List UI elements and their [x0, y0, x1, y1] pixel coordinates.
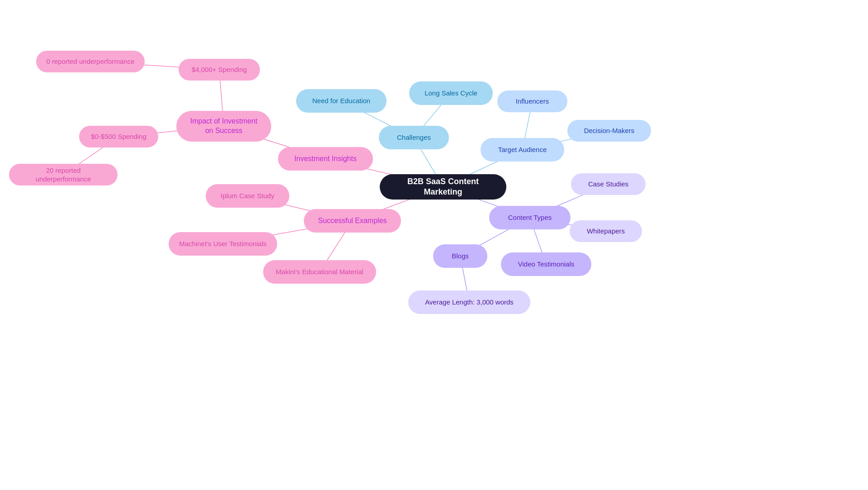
whitepapers-label: Whitepapers	[587, 227, 625, 236]
content-types-label: Content Types	[508, 213, 552, 222]
underperf-20-label: 20 reported underperformance	[18, 166, 108, 184]
avg-length-node[interactable]: Average Length: 3,000 words	[408, 290, 530, 314]
long-sales-label: Long Sales Cycle	[425, 89, 477, 98]
spending-4000-node[interactable]: $4,000+ Spending	[179, 59, 260, 81]
spending-4000-label: $4,000+ Spending	[192, 65, 247, 74]
iplum-label: Iplum Case Study	[221, 191, 274, 200]
target-audience-label: Target Audience	[498, 145, 547, 154]
iplum-node[interactable]: Iplum Case Study	[206, 184, 289, 208]
makini-node[interactable]: Makini's Educational Material	[263, 260, 376, 284]
machinet-label: Machinet's User Testimonials	[179, 239, 267, 248]
machinet-node[interactable]: Machinet's User Testimonials	[169, 232, 277, 256]
decision-makers-label: Decision-Makers	[584, 126, 635, 135]
need-education-label: Need for Education	[312, 96, 370, 105]
video-testimonials-label: Video Testimonials	[518, 260, 575, 269]
avg-length-label: Average Length: 3,000 words	[425, 298, 514, 307]
whitepapers-node[interactable]: Whitepapers	[570, 220, 642, 242]
successful-examples-label: Successful Examples	[318, 216, 387, 226]
challenges-label: Challenges	[397, 133, 431, 142]
impact-node[interactable]: Impact of Investment on Success	[176, 111, 271, 142]
investment-insights-label: Investment Insights	[294, 154, 357, 164]
central-node[interactable]: B2B SaaS Content Marketing	[380, 174, 506, 200]
challenges-node[interactable]: Challenges	[379, 126, 449, 149]
spending-500-node[interactable]: $0-$500 Spending	[79, 126, 158, 147]
case-studies-label: Case Studies	[588, 180, 628, 189]
underperf-20-node[interactable]: 20 reported underperformance	[9, 164, 118, 186]
case-studies-node[interactable]: Case Studies	[571, 173, 646, 195]
blogs-label: Blogs	[452, 252, 469, 261]
target-audience-node[interactable]: Target Audience	[481, 138, 564, 162]
investment-insights-node[interactable]: Investment Insights	[278, 147, 373, 171]
influencers-node[interactable]: Influencers	[497, 90, 567, 112]
spending-500-label: $0-$500 Spending	[91, 132, 146, 141]
video-testimonials-node[interactable]: Video Testimonials	[501, 252, 591, 276]
content-types-node[interactable]: Content Types	[489, 206, 571, 229]
makini-label: Makini's Educational Material	[276, 267, 363, 276]
impact-label: Impact of Investment on Success	[185, 117, 262, 136]
underperf-0-node[interactable]: 0 reported underperformance	[36, 51, 145, 72]
influencers-label: Influencers	[516, 97, 549, 106]
underperf-0-label: 0 reported underperformance	[46, 57, 134, 66]
need-education-node[interactable]: Need for Education	[296, 89, 387, 113]
successful-examples-node[interactable]: Successful Examples	[304, 209, 401, 233]
blogs-node[interactable]: Blogs	[433, 244, 487, 268]
central-label: B2B SaaS Content Marketing	[389, 176, 497, 198]
decision-makers-node[interactable]: Decision-Makers	[567, 120, 651, 142]
long-sales-node[interactable]: Long Sales Cycle	[409, 81, 493, 105]
